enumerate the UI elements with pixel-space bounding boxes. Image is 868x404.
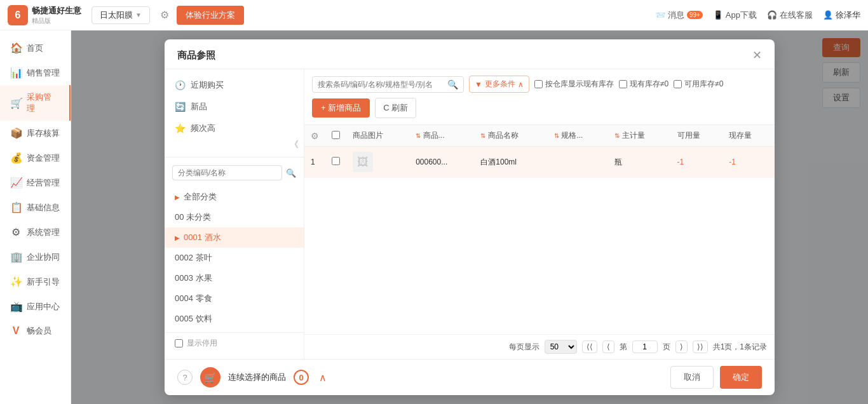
sort-icon-name[interactable]: ⇅ <box>480 132 485 139</box>
cart-count: 0 <box>294 370 309 385</box>
row-code: 000600... <box>409 147 474 178</box>
product-image: 🖼 <box>353 152 373 172</box>
display-disabled-checkbox[interactable] <box>175 339 183 347</box>
sidebar-item-sales[interactable]: 📊 销售管理 <box>0 60 71 85</box>
row-select-checkbox[interactable] <box>332 157 340 165</box>
category-0002[interactable]: 0002 茶叶 <box>165 248 304 268</box>
more-filter-button[interactable]: ▼ 更多条件 ∧ <box>469 76 529 93</box>
category-all[interactable]: ▶ 全部分类 <box>165 187 304 207</box>
cart-icon-button[interactable]: 🛒 <box>200 367 220 387</box>
message-badge: 99+ <box>687 11 703 19</box>
finance-icon: 💰 <box>10 152 22 164</box>
last-page-button[interactable]: ⟩⟩ <box>693 340 708 353</box>
add-product-button[interactable]: + 新增商品 <box>312 98 370 118</box>
per-page-select[interactable]: 50 100 200 <box>545 340 577 354</box>
sidebar-item-system[interactable]: ⚙ 系统管理 <box>0 220 71 245</box>
cart-label: 连续选择的商品 <box>228 372 286 383</box>
sort-icon-code[interactable]: ⇅ <box>416 132 421 139</box>
th-image: 商品图片 <box>346 125 409 147</box>
sidebar-item-member[interactable]: V 畅会员 <box>0 319 71 343</box>
product-search-bar: 🔍 <box>312 76 464 93</box>
panel-collapse-row: 《 <box>165 139 304 153</box>
sidebar-item-apps[interactable]: 📺 应用中心 <box>0 294 71 319</box>
category-0003[interactable]: 0003 水果 <box>165 268 304 288</box>
th-name: ⇅ 商品名称 <box>474 125 548 147</box>
enterprise-icon: 🏢 <box>10 251 22 263</box>
sidebar-item-home[interactable]: 🏠 首页 <box>0 36 71 60</box>
prev-page-button[interactable]: ⟨ <box>602 340 614 353</box>
sidebar-item-finance[interactable]: 💰 资金管理 <box>0 145 71 170</box>
row-checkbox <box>325 147 346 178</box>
modal-close-button[interactable]: ✕ <box>752 48 762 62</box>
system-icon: ⚙ <box>10 226 22 238</box>
divider-1 <box>165 157 304 158</box>
table-settings-icon[interactable]: ⚙ <box>311 131 319 141</box>
modal-header: 商品参照 ✕ <box>165 39 775 69</box>
message-notif[interactable]: 📨 消息 99+ <box>655 10 703 21</box>
left-panel: 🕐 近期购买 🔄 新品 ⭐ 频次高 <box>165 69 304 359</box>
app-download[interactable]: 📱 App下载 <box>713 10 757 21</box>
confirm-button[interactable]: 确定 <box>720 366 762 389</box>
category-search-icon[interactable]: 🔍 <box>286 168 296 178</box>
category-0005[interactable]: 0005 饮料 <box>165 309 304 329</box>
row-image: 🖼 <box>346 147 409 178</box>
sort-icon-spec[interactable]: ⇅ <box>554 132 559 139</box>
content-area: 查询 刷新 设置 商品参照 ✕ 🕐 <box>71 30 868 404</box>
sidebar-item-purchase[interactable]: 🛒 采购管理 <box>0 85 71 121</box>
left-panel-new[interactable]: 🔄 新品 <box>165 96 304 118</box>
filter-icon: ▼ <box>475 80 482 89</box>
table-row[interactable]: 1 🖼 000600... 白酒100ml <box>304 147 775 178</box>
logo-area: 6 畅捷通好生意 精品版 <box>8 5 81 25</box>
th-available: 可用量 <box>671 125 723 147</box>
table-header-row: ⚙ 商品图片 ⇅ 商品... <box>304 125 775 147</box>
category-00[interactable]: 00 未分类 <box>165 207 304 227</box>
product-toolbar: 🔍 ▼ 更多条件 ∧ 按仓库显示现有库存 <box>304 69 775 125</box>
select-all-checkbox[interactable] <box>332 131 340 139</box>
sort-icon-unit[interactable]: ⇅ <box>614 132 620 139</box>
sidebar: 🏠 首页 📊 销售管理 🛒 采购管理 📦 库存核算 💰 资金管理 📈 经营管理 … <box>0 30 71 404</box>
frequent-icon: ⭐ <box>175 123 186 133</box>
total-records: 共1页，1条记录 <box>713 342 767 353</box>
experience-button[interactable]: 体验行业方案 <box>177 6 244 25</box>
user-avatar[interactable]: 👤 徐泽华 <box>823 10 860 21</box>
th-stock: 现存量 <box>722 125 775 147</box>
gear-icon[interactable]: ⚙ <box>160 9 169 21</box>
product-search-input[interactable] <box>318 80 445 89</box>
page-label: 第 <box>620 342 627 353</box>
page-number-input[interactable] <box>632 340 658 353</box>
left-panel-recent[interactable]: 🕐 近期购买 <box>165 74 304 96</box>
online-service[interactable]: 🎧 在线客服 <box>767 10 813 21</box>
current-stock-checkbox[interactable]: 现有库存≠0 <box>619 79 668 90</box>
product-search-icon[interactable]: 🔍 <box>447 79 458 90</box>
sidebar-item-enterprise[interactable]: 🏢 企业协同 <box>0 245 71 269</box>
category-search-input[interactable] <box>172 165 282 180</box>
category-0004[interactable]: 0004 零食 <box>165 288 304 309</box>
new-icon: 🔄 <box>175 102 186 112</box>
sidebar-item-guide[interactable]: ✨ 新手引导 <box>0 269 71 294</box>
warehouse-display-checkbox[interactable]: 按仓库显示现有库存 <box>534 79 614 90</box>
sales-icon: 📊 <box>10 67 22 79</box>
left-panel-frequent[interactable]: ⭐ 频次高 <box>165 118 304 139</box>
footer-collapse-icon[interactable]: ∧ <box>319 372 327 384</box>
sidebar-item-basic[interactable]: 📋 基础信息 <box>0 195 71 220</box>
category-0001[interactable]: ▶ 0001 酒水 <box>165 227 304 248</box>
available-stock-checkbox[interactable]: 可用库存≠0 <box>674 79 723 90</box>
sidebar-item-business[interactable]: 📈 经营管理 <box>0 170 71 195</box>
first-page-button[interactable]: ⟨⟨ <box>582 340 597 353</box>
next-page-button[interactable]: ⟩ <box>675 340 688 353</box>
help-button[interactable]: ? <box>177 370 193 385</box>
sidebar-item-inventory[interactable]: 📦 库存核算 <box>0 121 71 145</box>
business-icon: 📈 <box>10 177 22 189</box>
guide-icon: ✨ <box>10 276 22 288</box>
modal-footer: ? 🛒 连续选择的商品 0 ∧ 取消 确定 <box>165 359 775 395</box>
th-code: ⇅ 商品... <box>409 125 474 147</box>
modal-body: 🕐 近期购买 🔄 新品 ⭐ 频次高 <box>165 69 775 359</box>
panel-collapse-icon[interactable]: 《 <box>290 139 299 151</box>
modal-title: 商品参照 <box>177 50 215 62</box>
basic-icon: 📋 <box>10 201 22 213</box>
refresh-product-button[interactable]: C 刷新 <box>375 98 416 118</box>
message-icon: 📨 <box>655 10 665 20</box>
cancel-button[interactable]: 取消 <box>670 366 714 389</box>
topbar-right: 📨 消息 99+ 📱 App下载 🎧 在线客服 👤 徐泽华 <box>655 10 860 21</box>
nav-dropdown[interactable]: 日太阳膜 ▼ <box>92 6 150 24</box>
